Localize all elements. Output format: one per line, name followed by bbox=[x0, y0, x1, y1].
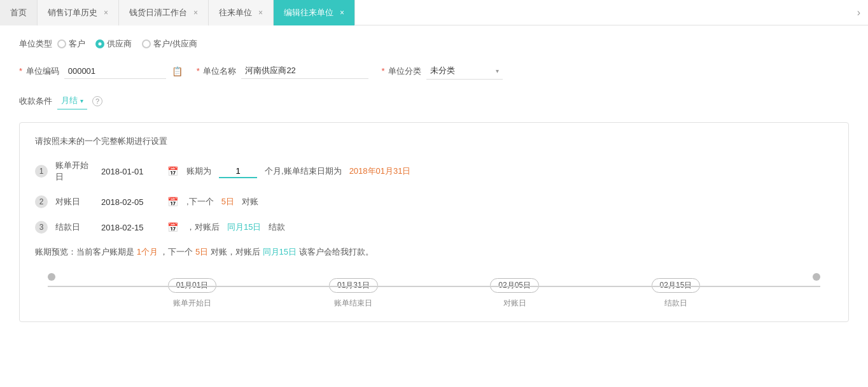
tl-sub-1: 账单开始日 bbox=[173, 298, 211, 309]
radio-group: 客户 供应商 客户/供应商 bbox=[57, 38, 197, 50]
unit-type-label: 单位类型 bbox=[19, 38, 52, 50]
tab-more-button[interactable]: › bbox=[850, 7, 868, 18]
tl-end-circle bbox=[813, 273, 820, 281]
payment-terms-help-icon[interactable]: ? bbox=[92, 96, 102, 106]
required-star-code: * bbox=[19, 66, 22, 76]
row-label-3: 结款日 bbox=[55, 222, 94, 233]
timeline-start-dot bbox=[48, 273, 55, 281]
payment-terms-select[interactable]: 月结 ▾ bbox=[57, 92, 87, 109]
row-desc-after-2: 对账 bbox=[242, 196, 258, 208]
preview-mid1: ，下一个 bbox=[160, 247, 193, 257]
unit-code-copy-icon[interactable]: 📋 bbox=[171, 65, 184, 78]
row-label-2: 对账日 bbox=[55, 196, 94, 208]
radio-customer-label: 客户 bbox=[69, 38, 85, 50]
payment-terms-chevron-icon: ▾ bbox=[80, 97, 83, 104]
tab-edit-partner-unit[interactable]: 编辑往来单位 × bbox=[274, 0, 355, 25]
row-cal-icon-1[interactable]: 📅 bbox=[166, 165, 179, 178]
preview-suffix: 该客户会给我打款。 bbox=[299, 247, 374, 257]
preview-text: 账期预览：当前客户账期是 1个月 ，下一个 5日 对账，对账后 同月15日 该客… bbox=[35, 246, 833, 258]
tab-cash-label: 钱货日清工作台 bbox=[129, 7, 187, 18]
unit-code-input[interactable] bbox=[64, 64, 166, 79]
timeline-points: 01月01日 账单开始日 01月31日 账单结束日 02月05日 对账日 02月… bbox=[48, 273, 820, 309]
tab-edit-partner-label: 编辑往来单位 bbox=[284, 7, 333, 18]
radio-supplier[interactable]: 供应商 bbox=[95, 38, 132, 50]
row-desc-before-1: 账期为 bbox=[186, 165, 211, 177]
period-input[interactable] bbox=[219, 165, 257, 178]
unit-category-select[interactable]: 未分类 ▾ bbox=[426, 62, 503, 80]
tab-partner-unit[interactable]: 往来单位 × bbox=[209, 0, 274, 25]
main-content: 单位类型 客户 供应商 客户/供应商 * 单位编码 bbox=[0, 25, 868, 387]
tab-home[interactable]: 首页 bbox=[0, 0, 38, 25]
payment-terms-row: 收款条件 月结 ▾ ? bbox=[19, 92, 849, 109]
radio-supplier-circle bbox=[95, 39, 104, 48]
tab-cash-ledger[interactable]: 钱货日清工作台 × bbox=[119, 0, 209, 25]
timeline-point-3: 02月05日 对账日 bbox=[490, 273, 539, 309]
setting-row-1: 1 账单开始日 2018-01-01 📅 账期为 个月,账单结束日期为 2018… bbox=[35, 160, 833, 183]
unit-name-input[interactable] bbox=[241, 64, 368, 79]
row-num-2: 2 bbox=[35, 195, 48, 208]
required-star-name: * bbox=[197, 66, 200, 76]
tl-start-circle bbox=[48, 273, 55, 281]
unit-code-label: * 单位编码 bbox=[19, 66, 59, 77]
payment-terms-value: 月结 bbox=[61, 95, 78, 106]
unit-category-value: 未分类 bbox=[430, 65, 493, 76]
tab-partner-close-icon[interactable]: × bbox=[258, 8, 263, 17]
required-star-cat: * bbox=[381, 66, 384, 76]
row-label-1: 账单开始日 bbox=[55, 160, 94, 183]
tab-edit-partner-close-icon[interactable]: × bbox=[340, 8, 344, 17]
preview-prefix: 账期预览：当前客户账期是 bbox=[35, 247, 134, 257]
tl-sub-2: 账单结束日 bbox=[334, 298, 372, 309]
tab-cash-close-icon[interactable]: × bbox=[193, 8, 198, 17]
tab-partner-label: 往来单位 bbox=[219, 7, 252, 18]
timeline-point-2: 01月31日 账单结束日 bbox=[329, 273, 378, 309]
timeline-point-4: 02月15日 结款日 bbox=[652, 273, 701, 309]
row-num-1: 1 bbox=[35, 165, 48, 178]
radio-both-label: 客户/供应商 bbox=[153, 38, 197, 50]
box-title: 请按照未来的一个完整帐期进行设置 bbox=[35, 136, 833, 147]
setting-row-3: 3 结款日 2018-02-15 📅 ，对账后 同月15日 结款 bbox=[35, 221, 833, 234]
row-highlight-2: 5日 bbox=[221, 196, 234, 208]
tab-sales-label: 销售订单历史 bbox=[48, 7, 97, 18]
row-cal-icon-2[interactable]: 📅 bbox=[166, 195, 179, 208]
radio-both[interactable]: 客户/供应商 bbox=[142, 38, 197, 50]
unit-code-group: * 单位编码 📋 bbox=[19, 64, 184, 79]
radio-both-circle bbox=[142, 39, 151, 48]
timeline-line bbox=[48, 286, 820, 287]
row-desc-before-2: ,下一个 bbox=[186, 196, 214, 208]
row-highlight-1: 2018年01月31日 bbox=[349, 165, 411, 177]
row-date-3: 2018-02-15 bbox=[101, 223, 158, 232]
tab-home-label: 首页 bbox=[10, 7, 27, 18]
unit-category-group: * 单位分类 未分类 ▾ bbox=[381, 62, 503, 80]
preview-val-1: 1个月 bbox=[137, 247, 158, 257]
row-desc-after-1: 个月,账单结束日期为 bbox=[265, 165, 342, 177]
timeline-wrapper: 01月01日 账单开始日 01月31日 账单结束日 02月05日 对账日 02月… bbox=[35, 273, 833, 309]
row-date-1: 2018-01-01 bbox=[101, 167, 158, 176]
tab-sales-close-icon[interactable]: × bbox=[104, 8, 108, 17]
unit-type-group: 单位类型 客户 供应商 客户/供应商 bbox=[19, 38, 197, 50]
timeline-end-dot bbox=[813, 273, 820, 281]
unit-category-label: * 单位分类 bbox=[381, 66, 421, 77]
radio-supplier-label: 供应商 bbox=[107, 38, 132, 50]
row-highlight-3: 同月15日 bbox=[227, 222, 261, 233]
tl-sub-3: 对账日 bbox=[503, 298, 526, 309]
row-cal-icon-3[interactable]: 📅 bbox=[166, 221, 179, 234]
unit-category-chevron-icon: ▾ bbox=[496, 67, 499, 74]
unit-name-group: * 单位名称 bbox=[197, 64, 369, 79]
settings-box: 请按照未来的一个完整帐期进行设置 1 账单开始日 2018-01-01 📅 账期… bbox=[19, 122, 849, 322]
radio-customer-circle bbox=[57, 39, 66, 48]
unit-type-row: 单位类型 客户 供应商 客户/供应商 bbox=[19, 38, 849, 50]
row-date-2: 2018-02-05 bbox=[101, 197, 158, 207]
timeline-point-1: 01月01日 账单开始日 bbox=[168, 273, 217, 309]
unit-name-label: * 单位名称 bbox=[197, 66, 237, 77]
tl-sub-4: 结款日 bbox=[664, 298, 687, 309]
preview-mid2: 对账，对账后 bbox=[211, 247, 260, 257]
tab-sales-order-history[interactable]: 销售订单历史 × bbox=[38, 0, 119, 25]
radio-customer[interactable]: 客户 bbox=[57, 38, 85, 50]
unit-details-row: * 单位编码 📋 * 单位名称 * 单位分类 未分类 ▾ bbox=[19, 62, 849, 80]
payment-terms-group: 收款条件 月结 ▾ ? bbox=[19, 92, 102, 109]
payment-terms-label: 收款条件 bbox=[19, 95, 52, 107]
tab-bar: 首页 销售订单历史 × 钱货日清工作台 × 往来单位 × 编辑往来单位 × › bbox=[0, 0, 868, 25]
preview-val-2: 5日 bbox=[195, 247, 208, 257]
row-desc-after-3: 结款 bbox=[269, 222, 285, 233]
setting-row-2: 2 对账日 2018-02-05 📅 ,下一个 5日 对账 bbox=[35, 195, 833, 208]
